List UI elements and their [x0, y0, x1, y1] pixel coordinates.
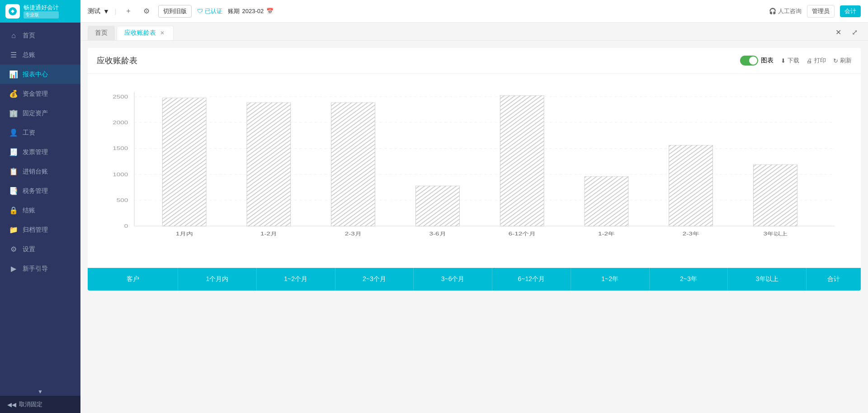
- svg-rect-29: [754, 164, 797, 226]
- home-nav-icon: ⌂: [9, 32, 18, 40]
- svg-text:2000: 2000: [113, 120, 128, 126]
- tab-aging-close[interactable]: ✕: [159, 29, 166, 37]
- salary-nav-icon: 👤: [9, 128, 18, 137]
- tab-close-icon[interactable]: ✕: [832, 26, 844, 38]
- sidebar-item-salary[interactable]: 👤 工资: [0, 123, 80, 142]
- sidebar-item-tax[interactable]: 📑 税务管理: [0, 181, 80, 201]
- toggle-track[interactable]: [740, 56, 758, 66]
- svg-rect-17: [247, 103, 291, 226]
- settings-nav-label: 设置: [23, 245, 35, 253]
- sidebar-pin-btn[interactable]: ◀◀ 取消固定: [0, 396, 80, 413]
- tabbar: 首页 应收账龄表 ✕ ✕ ⤢: [80, 23, 868, 41]
- period-display: 账期 2023-02 📅: [228, 7, 274, 15]
- svg-text:2500: 2500: [113, 94, 128, 100]
- table-header-7: 2~3年: [650, 268, 728, 291]
- consult-btn[interactable]: 🎧 人工咨询: [769, 7, 802, 15]
- close-nav-icon: 🔒: [9, 206, 18, 215]
- download-icon: ⬇: [781, 57, 786, 64]
- topbar-right: 🎧 人工咨询 管理员 会计: [769, 5, 861, 18]
- tab-expand-icon[interactable]: ⤢: [848, 26, 861, 38]
- chart-area: 0 500 1000 1500 2000 2500 1月内: [88, 74, 861, 268]
- svg-rect-23: [500, 96, 544, 226]
- sidebar-item-trade[interactable]: 📋 进销台账: [0, 162, 80, 181]
- ledger-nav-label: 总账: [23, 51, 35, 59]
- sidebar-item-home[interactable]: ⌂ 首页: [0, 26, 80, 45]
- tax-nav-label: 税务管理: [23, 187, 48, 195]
- trade-nav-icon: 📋: [9, 167, 18, 176]
- headset-icon: 🎧: [769, 8, 776, 14]
- guide-nav-icon: ▶: [9, 264, 18, 273]
- svg-text:3-6月: 3-6月: [429, 231, 446, 237]
- sidebar-item-fund[interactable]: 💰 资金管理: [0, 84, 80, 103]
- chart-toggle[interactable]: 图表: [740, 56, 774, 66]
- logo-text: 畅捷通好会计: [24, 4, 59, 12]
- svg-rect-21: [416, 186, 460, 226]
- fund-nav-label: 资金管理: [23, 90, 48, 98]
- settings-btn[interactable]: ⚙: [140, 5, 153, 18]
- svg-rect-25: [585, 177, 628, 226]
- refresh-label: 刷新: [840, 56, 852, 65]
- table-header-6: 1~2年: [571, 268, 650, 291]
- guide-nav-label: 新手引导: [23, 265, 48, 273]
- logo-badge: 专业版: [24, 11, 59, 19]
- calendar-icon[interactable]: 📅: [266, 8, 274, 14]
- topbar-project[interactable]: 测试 ▼: [88, 7, 109, 15]
- sidebar-item-ledger[interactable]: ☰ 总账: [0, 45, 80, 65]
- download-btn[interactable]: ⬇ 下载: [781, 56, 799, 65]
- svg-text:1月内: 1月内: [176, 231, 193, 237]
- svg-text:2-3年: 2-3年: [683, 231, 699, 237]
- table-header-4: 3~6个月: [414, 268, 492, 291]
- sidebar-item-archive[interactable]: 📁 归档管理: [0, 220, 80, 239]
- add-btn[interactable]: ＋: [122, 5, 135, 18]
- svg-text:1000: 1000: [113, 172, 128, 178]
- sidebar-item-settings[interactable]: ⚙ 设置: [0, 239, 80, 259]
- cert-shield-icon: 🛡: [197, 8, 203, 14]
- sidebar-item-asset[interactable]: 🏢 固定资产: [0, 103, 80, 123]
- tab-home[interactable]: 首页: [88, 26, 115, 40]
- report-nav-label: 报表中心: [23, 70, 48, 79]
- report-title: 应收账龄表: [97, 55, 740, 66]
- svg-text:500: 500: [117, 197, 128, 203]
- period-text: 账期: [228, 7, 240, 15]
- sidebar: 畅捷通好会计 专业版 ⌂ 首页 ☰ 总账 📊 报表中心 💰 资金管理 🏢 固定资…: [0, 0, 80, 413]
- tab-aging[interactable]: 应收账龄表 ✕: [117, 26, 174, 40]
- tab-aging-label: 应收账龄表: [124, 29, 156, 37]
- pin-icon: ◀◀: [7, 401, 16, 408]
- topbar: 测试 ▼ | ＋ ⚙ 切到旧版 🛡 已认证 账期 2023-02 📅 🎧 人工咨…: [80, 0, 868, 23]
- sidebar-item-close[interactable]: 🔒 结账: [0, 201, 80, 220]
- tax-nav-icon: 📑: [9, 187, 18, 195]
- table-header-2: 1~2个月: [257, 268, 335, 291]
- sidebar-item-guide[interactable]: ▶ 新手引导: [0, 259, 80, 278]
- svg-text:2-3月: 2-3月: [345, 231, 362, 237]
- logo-icon: [5, 4, 20, 19]
- sidebar-scroll-down[interactable]: ▼: [0, 387, 80, 397]
- asset-nav-label: 固定资产: [23, 109, 48, 117]
- main-content: 测试 ▼ | ＋ ⚙ 切到旧版 🛡 已认证 账期 2023-02 📅 🎧 人工咨…: [80, 0, 868, 413]
- refresh-icon: ↻: [833, 57, 838, 64]
- trade-nav-label: 进销台账: [23, 168, 48, 176]
- tabbar-actions: ✕ ⤢: [832, 26, 861, 40]
- print-btn[interactable]: 🖨 打印: [807, 56, 826, 65]
- chart-svg: 0 500 1000 1500 2000 2500 1月内: [97, 83, 847, 258]
- table-header-8: 3年以上: [728, 268, 807, 291]
- sidebar-item-invoice[interactable]: 🧾 发票管理: [0, 142, 80, 162]
- invoice-nav-label: 发票管理: [23, 148, 48, 156]
- table-header-5: 6~12个月: [492, 268, 571, 291]
- tab-home-label: 首页: [95, 29, 108, 37]
- table-header-9: 合计: [807, 268, 861, 291]
- table-header-0: 客户: [88, 268, 178, 291]
- ledger-nav-icon: ☰: [9, 51, 18, 59]
- sidebar-item-report[interactable]: 📊 报表中心: [0, 65, 80, 84]
- sidebar-nav: ⌂ 首页 ☰ 总账 📊 报表中心 💰 资金管理 🏢 固定资产 👤 工资 🧾 发票…: [0, 23, 80, 396]
- cert-badge: 🛡 已认证: [197, 7, 222, 15]
- chart-toggle-label: 图表: [761, 56, 774, 65]
- switch-version-btn[interactable]: 切到旧版: [158, 5, 192, 18]
- role-btn[interactable]: 会计: [840, 5, 861, 17]
- period-value: 2023-02: [242, 8, 264, 14]
- table-header-3: 2~3个月: [335, 268, 414, 291]
- report-header: 应收账龄表 图表 ⬇ 下载 🖨 打印: [88, 48, 861, 74]
- manager-btn[interactable]: 管理员: [807, 5, 835, 18]
- pin-label: 取消固定: [19, 400, 42, 408]
- svg-text:1-2年: 1-2年: [598, 231, 615, 237]
- refresh-btn[interactable]: ↻ 刷新: [833, 56, 852, 65]
